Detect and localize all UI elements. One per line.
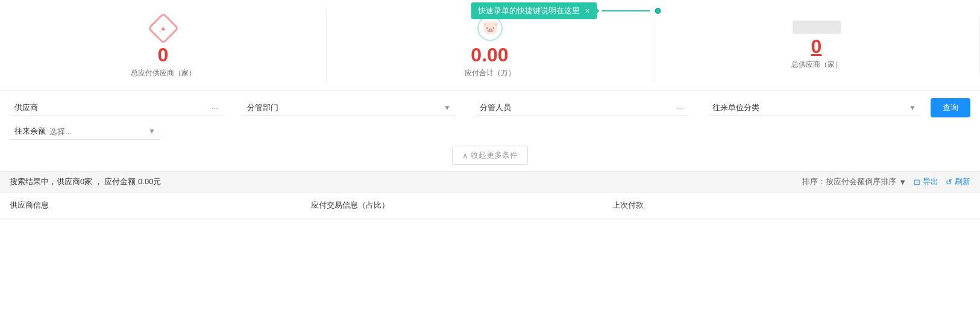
collapse-button[interactable]: ∧ 收起更多条件: [452, 146, 528, 165]
unit-class-chevron-icon[interactable]: ▼: [909, 104, 916, 112]
results-text: 搜索结果中，供应商0家: [10, 177, 92, 186]
col-last-payment-header: 上次付款: [612, 200, 970, 211]
tooltip-text: 快速录单的快捷键说明在这里: [478, 5, 580, 16]
tooltip-close-button[interactable]: ×: [585, 6, 589, 16]
query-button[interactable]: 查询: [931, 98, 970, 117]
dept-input[interactable]: [282, 103, 440, 112]
balance-input[interactable]: [49, 127, 145, 136]
payable-total-label: 应付合计（万）: [465, 68, 515, 78]
results-left: 搜索结果中，供应商0家 ， 应付金额 0.00元: [10, 176, 161, 187]
col-supplier-info-header: 供应商信息: [10, 200, 311, 211]
sort-chevron-icon: ▼: [899, 178, 906, 187]
refresh-label: 刷新: [955, 176, 970, 187]
table: 供应商信息 应付交易信息（占比） 上次付款: [0, 193, 980, 310]
table-body: [0, 219, 980, 310]
supplier-filter: 供应商 ···: [10, 100, 223, 116]
svg-text:🐷: 🐷: [482, 19, 498, 36]
balance-label: 往来余额: [14, 126, 46, 137]
supplier-input[interactable]: [42, 103, 207, 112]
total-vendors-number[interactable]: 0: [811, 36, 822, 57]
sort-button[interactable]: 排序：按应付会额倒序排序 ▼: [802, 176, 906, 187]
stat-payable-vendors: ◈ 0 总应付供应商（家）: [0, 7, 327, 83]
results-separator: ，: [95, 177, 102, 186]
balance-filter: 往来余额 ▼: [10, 123, 160, 140]
results-amount: 应付金额 0.00元: [104, 177, 161, 186]
export-button[interactable]: ⊡ 导出: [914, 176, 938, 187]
person-filter: 分管人员 ···: [475, 100, 688, 116]
payable-vendors-label: 总应付供应商（家）: [131, 68, 196, 78]
svg-text:◈: ◈: [161, 25, 166, 32]
dept-label: 分管部门: [247, 102, 278, 113]
filter-row-2: 往来余额 ▼: [10, 123, 970, 140]
tooltip-bubble: 快速录单的快捷键说明在这里 ×: [471, 2, 597, 19]
filter-bar: 供应商 ··· 分管部门 ▼ 分管人员 ··· 往来单位分类 ▼ 查询: [0, 91, 980, 172]
payable-total-number: 0.00: [471, 45, 508, 66]
col-transaction-header: 应付交易信息（占比）: [311, 200, 612, 211]
dept-filter: 分管部门 ▼: [242, 100, 456, 116]
export-icon: ⊡: [914, 178, 920, 187]
collapse-label: 收起更多条件: [471, 150, 518, 161]
tooltip-dot: [655, 8, 661, 14]
tooltip-container: 快速录单的快捷键说明在这里 ×: [471, 2, 661, 19]
results-right: 排序：按应付会额倒序排序 ▼ ⊡ 导出 ↺ 刷新: [802, 176, 970, 187]
payable-vendors-number: 0: [158, 45, 169, 66]
tooltip-line: [602, 10, 650, 11]
stat-total-vendors: 0 总供应商（家）: [653, 16, 980, 75]
refresh-button[interactable]: ↺ 刷新: [946, 176, 970, 187]
collapse-icon: ∧: [462, 151, 468, 160]
balance-chevron-icon[interactable]: ▼: [148, 127, 155, 135]
export-label: 导出: [923, 176, 938, 187]
stats-bar: ◈ 0 总应付供应商（家） 🐷 0.00 应付合计（万） 0 总供应商（家） 快…: [0, 0, 980, 91]
supplier-label: 供应商: [14, 102, 38, 113]
refresh-icon: ↺: [946, 178, 952, 187]
unit-class-filter: 往来单位分类 ▼: [708, 100, 921, 116]
person-input[interactable]: [515, 103, 673, 112]
supplier-dots[interactable]: ···: [211, 103, 218, 113]
unit-class-label: 往来单位分类: [712, 102, 759, 113]
diamond-logo-icon: ◈: [147, 12, 180, 45]
filter-row-1: 供应商 ··· 分管部门 ▼ 分管人员 ··· 往来单位分类 ▼ 查询: [10, 98, 970, 117]
table-header: 供应商信息 应付交易信息（占比） 上次付款: [0, 193, 980, 219]
dept-chevron-icon[interactable]: ▼: [444, 104, 451, 112]
unit-class-input[interactable]: [763, 103, 905, 112]
results-bar: 搜索结果中，供应商0家 ， 应付金额 0.00元 排序：按应付会额倒序排序 ▼ …: [0, 172, 980, 193]
person-label: 分管人员: [480, 102, 511, 113]
total-vendors-label: 总供应商（家）: [791, 60, 842, 70]
sort-label: 排序：按应付会额倒序排序: [802, 176, 896, 187]
person-dots[interactable]: ···: [676, 103, 683, 113]
